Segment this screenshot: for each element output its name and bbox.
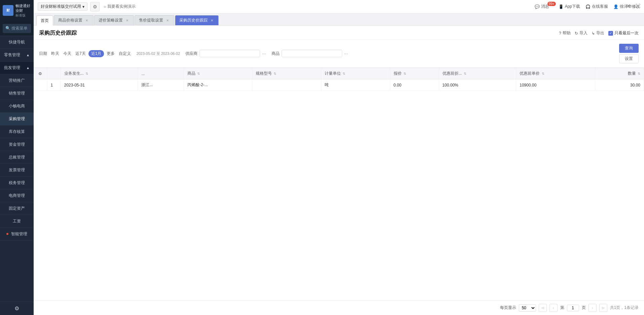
- prev-page-button[interactable]: ‹: [549, 304, 558, 312]
- logo-sub: 标准版: [15, 13, 31, 18]
- table-col-discount[interactable]: 优惠前折... ⇅: [439, 68, 516, 79]
- pagination: 每页显示 50 10 20 100 ⊲ ‹ 第 页 › ⊳ 共1页，1条记录: [34, 300, 644, 315]
- sidebar-item-marketing[interactable]: 营销推广: [0, 74, 34, 87]
- app-download-button[interactable]: 📱 App下载: [559, 4, 580, 9]
- supplier-filter-group: 供应商 ···: [185, 50, 266, 57]
- date-opt-more[interactable]: 更多: [105, 50, 116, 57]
- date-label: 日期: [39, 51, 47, 57]
- help-icon: ?: [559, 31, 561, 36]
- row-discount-cell: 100.00%: [439, 79, 516, 91]
- table-col-quantity[interactable]: 数量 ⇅: [595, 68, 644, 79]
- sidebar-item-ledger[interactable]: 总账管理: [0, 151, 34, 164]
- demo-link[interactable]: ○ 我要看实例演示: [104, 4, 136, 9]
- sidebar-item-retail[interactable]: 零售管理 ▲: [0, 49, 34, 62]
- table-col-pre-price[interactable]: 优惠前单价 ⇅: [516, 68, 595, 79]
- date-range-text: 2023-05-02 至 2023-06-02: [136, 51, 180, 56]
- table-col-dots[interactable]: ...: [138, 68, 184, 79]
- goods-more-icon[interactable]: ···: [344, 51, 348, 56]
- date-opt-custom[interactable]: 自定义: [117, 50, 132, 57]
- date-opt-today[interactable]: 今天: [62, 50, 73, 57]
- main-area: 好业财标准版交付试用 ▾ ⚙ ○ 我要看实例演示 💬 消息 99+ 📱 App下…: [34, 0, 644, 315]
- table-settings-icon: ⚙: [38, 71, 42, 76]
- messages-button[interactable]: 💬 消息 99+: [535, 4, 553, 9]
- last-page-button[interactable]: ⊳: [599, 304, 607, 312]
- table-col-date[interactable]: 业务发生... ⇅: [61, 68, 138, 79]
- tab-purchase-strategy-close-icon[interactable]: ×: [125, 18, 130, 23]
- date-opt-1month[interactable]: 近1月: [88, 50, 104, 57]
- tab-purchase-history[interactable]: 采购历史价跟踪 ×: [175, 15, 219, 25]
- row-price-cell: 0.00: [390, 79, 439, 91]
- tab-purchase-strategy[interactable]: 进价策略设置 ×: [94, 15, 134, 25]
- tab-sale-extract-close-icon[interactable]: ×: [165, 18, 170, 23]
- supplier-more-icon[interactable]: ···: [262, 51, 266, 56]
- tab-sale-extract[interactable]: 售价提取设置 ×: [135, 15, 174, 25]
- tab-purchase-history-close-icon[interactable]: ×: [210, 18, 214, 23]
- row-pre-price-cell: 10900.00: [516, 79, 595, 91]
- sidebar-item-tax[interactable]: 税务管理: [0, 177, 34, 189]
- page-number-input[interactable]: [567, 305, 579, 311]
- page-label: 第: [560, 305, 564, 311]
- next-page-button[interactable]: ›: [588, 304, 597, 312]
- table-col-goods[interactable]: 商品 ⇅: [184, 68, 252, 79]
- online-service-button[interactable]: 🎧 在线客服: [585, 4, 608, 9]
- sidebar-item-ecommerce[interactable]: 电商管理: [0, 189, 34, 202]
- phone-icon: 📱: [559, 4, 564, 9]
- sidebar-item-finance[interactable]: 资金管理: [0, 138, 34, 151]
- tab-price-close-icon[interactable]: ×: [84, 18, 89, 23]
- sidebar-item-ecommerce-small[interactable]: 小畅电商: [0, 100, 34, 113]
- sidebar-item-wholesale[interactable]: 批发管理 ▲: [0, 62, 34, 74]
- export-icon: ↳: [592, 31, 595, 36]
- tab-price[interactable]: 商品价格设置 ×: [54, 15, 94, 25]
- sidebar-item-salary[interactable]: 工资: [0, 215, 34, 228]
- table-col-unit[interactable]: 计量单位 ⇅: [321, 68, 390, 79]
- logo-text: 畅捷通好业财: [15, 3, 31, 13]
- goods-sort-icon: ⇅: [197, 72, 200, 75]
- message-badge: 99+: [547, 2, 556, 6]
- first-page-button[interactable]: ⊲: [539, 304, 547, 312]
- row-quantity-cell: 30.00: [595, 79, 644, 91]
- row-supplier-cell: 浙江...: [138, 79, 184, 91]
- sidebar-item-purchase[interactable]: 采购管理: [0, 113, 34, 126]
- import-button[interactable]: ↻ 导入: [575, 30, 587, 36]
- sidebar-item-smart[interactable]: 智能管理: [0, 228, 34, 241]
- wholesale-arrow-icon: ▲: [26, 66, 30, 70]
- close-tab-button[interactable]: ✕: [624, 1, 633, 11]
- discount-sort-icon: ⇅: [464, 72, 466, 75]
- date-sort-icon: ⇅: [85, 72, 88, 75]
- tab-home[interactable]: 首页: [36, 15, 53, 26]
- quantity-sort-icon: ⇅: [638, 72, 640, 75]
- query-button[interactable]: 查询: [619, 44, 639, 53]
- unit-sort-icon: ⇅: [343, 72, 345, 75]
- sidebar: 财 畅捷通好业财 标准版 🔍 搜索菜单 快捷导航 零售管理 ▲ 批发管理 ▲ 营…: [0, 0, 34, 315]
- table-col-gear[interactable]: ⚙: [34, 68, 47, 79]
- supplier-input[interactable]: [200, 50, 260, 57]
- page-size-select[interactable]: 50 10 20 100: [519, 304, 536, 312]
- goods-input[interactable]: [282, 50, 342, 57]
- page-actions: ? 帮助 ↻ 导入 ↳ 导出 ✓ 只看最后一次: [559, 30, 639, 36]
- user-icon: 👤: [613, 4, 618, 9]
- date-opt-7days[interactable]: 近7天: [74, 50, 87, 57]
- sidebar-logo: 财 畅捷通好业财 标准版: [0, 0, 34, 21]
- sidebar-settings-button[interactable]: ⚙: [0, 302, 34, 315]
- settings-button[interactable]: 设置: [619, 54, 639, 63]
- gear-icon: ⚙: [14, 306, 19, 311]
- table-col-spec[interactable]: 规格型号 ⇅: [252, 68, 321, 79]
- sidebar-item-inventory[interactable]: 库存核算: [0, 126, 34, 138]
- selector-chevron-icon: ▾: [82, 4, 84, 9]
- message-icon: 💬: [535, 4, 540, 9]
- only-last-checkbox[interactable]: ✓ 只看最后一次: [608, 30, 639, 36]
- sidebar-item-quick-nav[interactable]: 快捷导航: [0, 36, 34, 49]
- search-menu-button[interactable]: 🔍 搜索菜单: [3, 24, 31, 33]
- maximize-button[interactable]: ⛶: [633, 1, 643, 11]
- date-opt-yesterday[interactable]: 昨天: [50, 50, 61, 57]
- table-col-price[interactable]: 报价 ⇅: [390, 68, 439, 79]
- pre-price-sort-icon: ⇅: [542, 72, 544, 75]
- help-button[interactable]: ? 帮助: [559, 30, 571, 36]
- sidebar-item-sales[interactable]: 销售管理: [0, 87, 34, 100]
- sidebar-item-invoice[interactable]: 发票管理: [0, 164, 34, 177]
- page-suffix: 页: [582, 305, 586, 311]
- export-button[interactable]: ↳ 导出: [592, 30, 604, 36]
- sidebar-item-fixed-assets[interactable]: 固定资产: [0, 202, 34, 215]
- version-selector[interactable]: 好业财标准版交付试用 ▾: [38, 2, 87, 11]
- topbar-settings-button[interactable]: ⚙: [90, 2, 100, 11]
